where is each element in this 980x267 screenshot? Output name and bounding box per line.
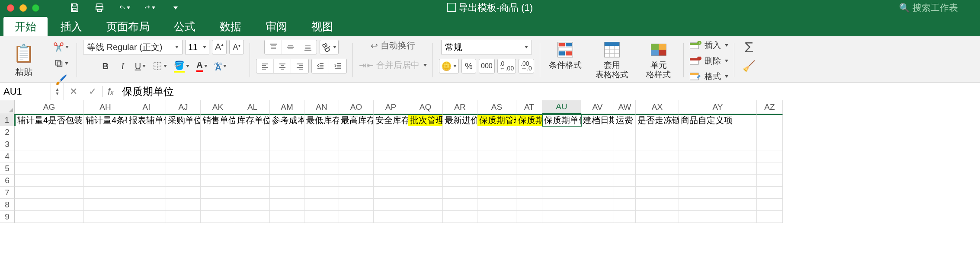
column-header-AM[interactable]: AM [270,100,304,114]
cell-AZ9[interactable] [757,211,783,223]
row-header-6[interactable]: 6 [0,175,15,187]
cell-AS5[interactable] [477,162,516,175]
cell-AJ1[interactable]: 采购单位 [166,114,201,126]
cell-AH5[interactable] [84,162,127,175]
cell-AR2[interactable] [443,126,477,138]
cell-AU7[interactable] [542,187,581,199]
clear-button[interactable]: 🧹 [740,59,758,73]
decrease-decimal-button[interactable]: .00→.0 [519,59,534,73]
cell-AO4[interactable] [339,150,374,162]
cell-AV6[interactable] [581,175,614,187]
cell-AI1[interactable]: 报表辅单位 [127,114,166,126]
cell-AW1[interactable]: 运费 [614,114,636,126]
cell-AN6[interactable] [304,175,339,187]
cell-AU2[interactable] [542,126,581,138]
cell-AN3[interactable] [304,138,339,150]
cell-AO2[interactable] [339,126,374,138]
cell-AI4[interactable] [127,150,166,162]
cell-AV5[interactable] [581,162,614,175]
row-header-2[interactable]: 2 [0,126,15,138]
column-header-AX[interactable]: AX [636,100,679,114]
cell-AS4[interactable] [477,150,516,162]
cell-AJ4[interactable] [166,150,201,162]
cell-AU9[interactable] [542,211,581,223]
tab-公式[interactable]: 公式 [163,17,207,36]
cell-AT9[interactable] [516,211,542,223]
cell-AL6[interactable] [235,175,270,187]
cell-AI5[interactable] [127,162,166,175]
column-header-AP[interactable]: AP [374,100,408,114]
increase-indent-button[interactable] [329,59,346,73]
confirm-formula-button[interactable]: ✓ [83,83,102,100]
name-box[interactable] [0,83,51,100]
cell-AM1[interactable]: 参考成本 [270,114,304,126]
cell-AT3[interactable] [516,138,542,150]
cell-AR5[interactable] [443,162,477,175]
search-box[interactable]: 🔍 [899,3,980,13]
cell-AY9[interactable] [679,211,757,223]
cell-AJ7[interactable] [166,187,201,199]
cell-AY4[interactable] [679,150,757,162]
cell-AP3[interactable] [374,138,408,150]
minimize-window-button[interactable] [19,4,27,12]
maximize-window-button[interactable] [32,4,39,12]
cell-AN1[interactable]: 最低库存 [304,114,339,126]
column-header-AS[interactable]: AS [477,100,516,114]
cell-AO9[interactable] [339,211,374,223]
border-button[interactable] [151,59,169,73]
font-color-button[interactable]: A [194,59,209,73]
cell-AW3[interactable] [614,138,636,150]
cell-AW9[interactable] [614,211,636,223]
undo-button[interactable] [119,2,130,13]
row-header-7[interactable]: 7 [0,187,15,199]
cell-AK7[interactable] [201,187,235,199]
cell-AU3[interactable] [542,138,581,150]
format-painter-button[interactable]: 🖌️ [51,73,71,87]
cell-AS6[interactable] [477,175,516,187]
cell-AX4[interactable] [636,150,679,162]
cell-AY7[interactable] [679,187,757,199]
cell-AR9[interactable] [443,211,477,223]
cell-AW4[interactable] [614,150,636,162]
cell-AH4[interactable] [84,150,127,162]
cell-AG1[interactable]: 辅计量4是否包装单位 [15,114,84,126]
cell-AK4[interactable] [201,150,235,162]
cell-AW6[interactable] [614,175,636,187]
align-bottom-button[interactable] [299,40,317,54]
cell-AX5[interactable] [636,162,679,175]
cell-AN8[interactable] [304,199,339,211]
tab-视图[interactable]: 视图 [300,17,344,36]
cell-AV1[interactable]: 建档日期 [581,114,614,126]
cell-AQ9[interactable] [408,211,443,223]
cell-AG8[interactable] [15,199,84,211]
delete-cells-button[interactable]: -删除 [690,55,728,67]
cell-AS3[interactable] [477,138,516,150]
cell-AQ6[interactable] [408,175,443,187]
cell-AG3[interactable] [15,138,84,150]
column-header-AO[interactable]: AO [339,100,374,114]
cell-AN9[interactable] [304,211,339,223]
cell-AI3[interactable] [127,138,166,150]
tab-审阅[interactable]: 审阅 [254,17,298,36]
cell-AP6[interactable] [374,175,408,187]
cell-AZ5[interactable] [757,162,783,175]
cell-AX1[interactable]: 是否走冻链 [636,114,679,126]
align-top-button[interactable] [265,40,282,54]
cell-AL8[interactable] [235,199,270,211]
percent-button[interactable]: % [461,59,476,73]
cell-AX2[interactable] [636,126,679,138]
cell-AL5[interactable] [235,162,270,175]
cell-AW5[interactable] [614,162,636,175]
cell-AX9[interactable] [636,211,679,223]
font-family-select[interactable]: 等线 Regular (正文) [83,40,183,54]
cells-area[interactable]: 辅计量4是否包装单位辅计量4条码报表辅单位采购单位销售单位库存单位参考成本最低库… [15,114,980,223]
cell-AU8[interactable] [542,199,581,211]
cell-AV7[interactable] [581,187,614,199]
cell-AQ7[interactable] [408,187,443,199]
cell-AQ5[interactable] [408,162,443,175]
increase-font-button[interactable]: A▴ [212,40,227,54]
cell-AH9[interactable] [84,211,127,223]
tab-开始[interactable]: 开始 [3,17,48,36]
column-header-AT[interactable]: AT [516,100,542,114]
tab-页面布局[interactable]: 页面布局 [95,17,161,36]
